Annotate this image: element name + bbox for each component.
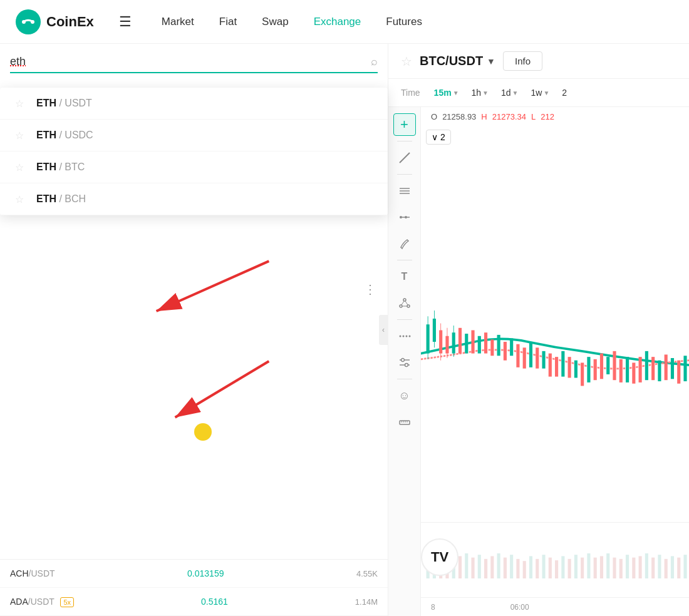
pair-ada: ADA/USDT 5x	[10, 597, 74, 607]
brush-tool[interactable]	[393, 232, 416, 255]
svg-point-21	[399, 336, 401, 337]
svg-rect-90	[490, 556, 494, 578]
svg-rect-68	[613, 351, 616, 380]
favorite-star-btn[interactable]: ☆	[401, 54, 412, 69]
dropdown-item-eth-usdc[interactable]: ☆ ETH / USDC	[0, 120, 388, 151]
chart-toolbar: +	[388, 107, 421, 616]
pair-label-eth-bch: ETH / BCH	[36, 193, 86, 205]
search-icon[interactable]: ⌕	[371, 55, 378, 68]
main-container: ⌕ ☆ ETH / USDT ☆ ETH / USDC ☆ ETH / BTC	[0, 44, 689, 616]
zoom-arrow: ∨	[432, 132, 438, 142]
volume-area	[421, 522, 689, 578]
star-icon-eth-usdc[interactable]: ☆	[15, 130, 26, 141]
pair-quote-ach: /USDT	[29, 568, 55, 578]
nodes-tool[interactable]	[393, 292, 416, 314]
nav-market[interactable]: Market	[162, 16, 194, 28]
list-item-ada[interactable]: ADA/USDT 5x 0.5161 1.14M	[0, 588, 388, 616]
svg-rect-94	[516, 559, 519, 578]
nav-exchange[interactable]: Exchange	[314, 16, 361, 28]
svg-rect-75	[658, 361, 661, 381]
time-tick-8: 8	[431, 603, 435, 612]
svg-rect-74	[651, 357, 655, 380]
interval-more[interactable]: 2	[557, 85, 572, 100]
time-label: Time	[401, 88, 420, 98]
svg-rect-59	[555, 357, 558, 377]
dropdown-item-eth-btc[interactable]: ☆ ETH / BTC	[0, 151, 388, 183]
svg-rect-120	[683, 555, 686, 578]
svg-rect-79	[683, 356, 686, 381]
pair-quote: / USDT	[56, 98, 92, 108]
more-options-icon[interactable]: ⋮	[364, 282, 378, 297]
interval-1h[interactable]: 1h ▼	[467, 85, 494, 100]
list-item-ach[interactable]: ACH/USDT 0.013159 4.55K	[0, 560, 388, 588]
dropdown-item-eth-bch[interactable]: ☆ ETH / BCH	[0, 183, 388, 215]
channel-tool[interactable]	[393, 206, 416, 228]
svg-rect-47	[478, 336, 481, 354]
interval-1w[interactable]: 1w ▼	[526, 85, 555, 100]
crosshair-tool[interactable]: +	[393, 113, 416, 136]
svg-line-18	[401, 301, 404, 305]
svg-rect-103	[574, 555, 578, 578]
star-icon-eth-bch[interactable]: ☆	[15, 193, 26, 205]
logo-text: CoinEx	[46, 14, 94, 30]
pair-base: ETH	[36, 193, 56, 204]
svg-rect-96	[529, 556, 532, 578]
svg-rect-115	[651, 558, 655, 578]
chart-canvas[interactable]	[421, 145, 689, 516]
search-input[interactable]	[10, 55, 378, 68]
svg-rect-44	[458, 328, 462, 354]
ruler-tool[interactable]	[393, 411, 416, 433]
svg-rect-61	[568, 357, 571, 377]
text-tool[interactable]: T	[393, 265, 416, 288]
svg-rect-72	[639, 357, 642, 382]
svg-rect-107	[600, 556, 603, 578]
svg-rect-51	[504, 342, 507, 361]
zoom-control[interactable]: ∨ 2	[426, 130, 451, 145]
svg-rect-108	[606, 553, 609, 578]
pair-label-eth-btc: ETH / BTC	[36, 162, 85, 173]
nav-fiat[interactable]: Fiat	[219, 16, 237, 28]
pair-base: ETH	[36, 130, 56, 140]
svg-rect-64	[587, 357, 590, 382]
svg-point-22	[402, 336, 404, 337]
pair-quote-ada: /USDT	[28, 597, 54, 607]
sliders-tool[interactable]	[393, 351, 416, 374]
hamburger-menu[interactable]: ☰	[119, 14, 132, 30]
price-ach: 0.013159	[187, 568, 224, 578]
svg-rect-116	[658, 555, 661, 578]
horizontal-line-tool[interactable]	[393, 180, 416, 202]
leverage-badge-ada: 5x	[60, 597, 74, 607]
star-icon-eth-btc[interactable]: ☆	[15, 162, 26, 173]
dropdown-item-eth-usdt[interactable]: ☆ ETH / USDT	[0, 88, 388, 120]
search-dropdown: ☆ ETH / USDT ☆ ETH / USDC ☆ ETH / BTC ☆	[0, 88, 388, 215]
svg-rect-55	[529, 342, 532, 367]
svg-rect-69	[619, 359, 623, 382]
trend-line-tool[interactable]	[393, 146, 416, 169]
pair-dropdown-arrow[interactable]: ▼	[487, 56, 495, 66]
info-button[interactable]: Info	[503, 51, 542, 71]
svg-rect-48	[484, 332, 487, 353]
interval-1d[interactable]: 1d ▼	[496, 85, 523, 100]
pair-base: ETH	[36, 162, 56, 172]
emoji-tool[interactable]: ☺	[393, 384, 416, 407]
svg-rect-111	[626, 555, 629, 578]
nav-futures[interactable]: Futures	[386, 16, 422, 28]
pair-quote: / USDC	[56, 130, 93, 140]
candlestick-chart	[421, 145, 689, 516]
dots-line-tool[interactable]	[393, 325, 416, 347]
svg-rect-52	[510, 338, 513, 356]
header: CoinEx ☰ Market Fiat Swap Exchange Futur…	[0, 0, 689, 44]
interval-15m[interactable]: 15m ▼	[429, 85, 464, 100]
svg-point-1	[22, 20, 26, 24]
svg-rect-102	[568, 559, 571, 578]
collapse-handle[interactable]: ‹	[379, 315, 388, 345]
svg-rect-91	[497, 553, 500, 578]
svg-rect-109	[613, 558, 616, 578]
star-icon-eth-usdt[interactable]: ☆	[15, 98, 26, 109]
yellow-dot	[194, 423, 212, 441]
svg-rect-71	[632, 362, 635, 383]
svg-rect-63	[581, 362, 584, 386]
nav-swap[interactable]: Swap	[262, 16, 289, 28]
candle-low-value: 212	[541, 112, 554, 121]
tradingview-watermark: TV	[421, 538, 458, 576]
